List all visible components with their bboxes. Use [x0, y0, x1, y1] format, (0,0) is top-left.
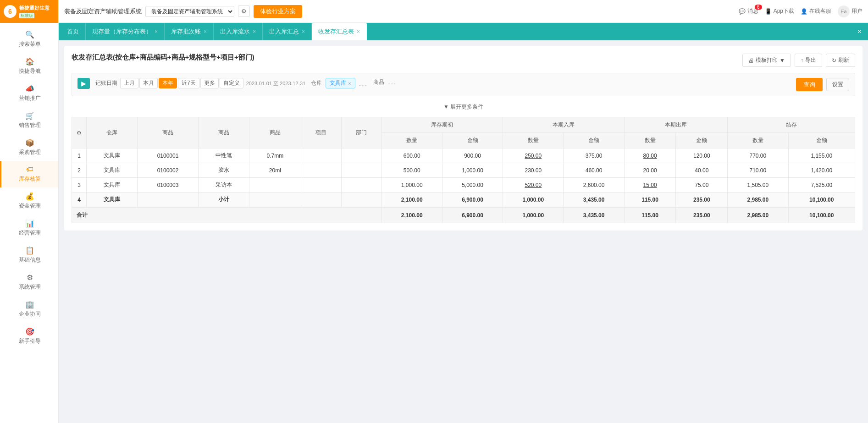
sidebar-item-basic-info[interactable]: 📋基础信息	[0, 242, 58, 269]
cell-out-qty[interactable]: 20.00	[624, 163, 676, 178]
tab-label-in-out-summary: 出入库汇总	[269, 27, 299, 36]
cell-in-qty[interactable]: 230.00	[503, 163, 564, 178]
report-card: 收发存汇总表(按仓库+商品编码+商品+规格型号+项目+部门) 🖨 模板打印 ▼ …	[64, 46, 862, 231]
tab-home[interactable]: 首页	[61, 23, 86, 40]
sidebar-item-sales[interactable]: 🛒销售管理	[0, 107, 58, 134]
app-download-button[interactable]: 📱 App下载	[765, 7, 794, 15]
cell-out-qty[interactable]: 80.00	[624, 148, 676, 163]
expand-conditions-button[interactable]: ▼ 展开更多条件	[443, 103, 483, 111]
sidebar-icon-purchase: 📦	[25, 138, 34, 147]
tab-bar-close-all[interactable]: ×	[853, 27, 866, 36]
sidebar-item-newbie[interactable]: 🎯新手引导	[0, 323, 58, 350]
tab-recv-send-summary[interactable]: 收发存汇总表×	[312, 23, 367, 40]
export-button[interactable]: ↑ 导出	[795, 54, 822, 67]
tab-close-recv-send-summary[interactable]: ×	[357, 28, 360, 35]
logo-icon: 6	[4, 5, 17, 18]
date-filter-btn-近7天[interactable]: 近7天	[178, 78, 199, 88]
date-filter-btn-上月[interactable]: 上月	[120, 78, 138, 88]
filter-toggle-button[interactable]: ▶	[77, 78, 90, 89]
sidebar-item-system[interactable]: ⚙系统管理	[0, 269, 58, 296]
footer-closing-amount: 10,100.00	[788, 207, 855, 223]
cell-project	[301, 192, 341, 208]
sidebar-item-inventory[interactable]: 🏷库存核算	[0, 161, 58, 187]
tab-batch[interactable]: 库存批次账×	[165, 23, 214, 40]
date-filter-btn-更多[interactable]: 更多	[200, 78, 219, 88]
sidebar-label-quick-nav: 快捷导航	[19, 67, 41, 75]
cell-no: 3	[72, 178, 87, 192]
cell-out-amount: 235.00	[676, 192, 728, 208]
system-select[interactable]: 装备及固定资产辅助管理系统	[145, 6, 234, 17]
trial-button[interactable]: 体验行业方案	[254, 5, 302, 18]
table-row: 3 文具库 0100003 采访本 1,000.00 5,000.00 520.…	[72, 178, 855, 192]
cell-out-qty[interactable]: 15.00	[624, 178, 676, 192]
messages-badge: 6	[755, 5, 762, 10]
cell-product-name: 胶水	[198, 163, 249, 178]
content-area: 收发存汇总表(按仓库+商品编码+商品+规格型号+项目+部门) 🖨 模板打印 ▼ …	[59, 40, 868, 423]
warehouse-more[interactable]: ...	[359, 79, 368, 88]
tab-label-in-out-flow: 出入库流水	[220, 27, 250, 36]
tab-stock-dist[interactable]: 现存量（库存分布表）×	[86, 23, 165, 40]
date-filter-btn-本月[interactable]: 本月	[139, 78, 158, 88]
sidebar-item-quick-nav[interactable]: 🏠快捷导航	[0, 53, 58, 80]
main-area: 装备及固定资产辅助管理系统 装备及固定资产辅助管理系统 ⚙ 体验行业方案 💬 消…	[59, 0, 868, 423]
sidebar-item-enterprise[interactable]: 🏢企业协同	[0, 296, 58, 323]
sidebar-nav: 🔍搜索菜单🏠快捷导航📣营销推广🛒销售管理📦采购管理🏷库存核算💰资金管理📊经营管理…	[0, 23, 58, 423]
query-button[interactable]: 查询	[796, 78, 823, 91]
tab-close-batch[interactable]: ×	[204, 28, 207, 35]
footer-opening-qty: 2,100.00	[381, 207, 442, 223]
cell-in-amount: 2,600.00	[564, 178, 624, 192]
refresh-icon: ↻	[832, 57, 836, 64]
sidebar-label-search: 搜索菜单	[19, 40, 41, 48]
sidebar-item-search[interactable]: 🔍搜索菜单	[0, 26, 58, 53]
cell-opening-amount: 6,900.00	[442, 192, 503, 208]
sidebar-label-operations: 经营管理	[19, 229, 41, 237]
data-table: ⚙ 仓库 商品 商品 商品 项目 部门 库存期初 本期入库 本期出库 结存	[72, 117, 855, 223]
closing-qty-header: 数量	[728, 133, 788, 148]
print-button[interactable]: 🖨 模板打印 ▼	[742, 54, 791, 67]
cell-product-code: 0100001	[138, 148, 198, 163]
tab-close-stock-dist[interactable]: ×	[155, 28, 158, 35]
cell-project	[301, 178, 341, 192]
sidebar-item-marketing[interactable]: 📣营销推广	[0, 80, 58, 107]
date-filter-btn-自定义[interactable]: 自定义	[220, 78, 243, 88]
sidebar-item-operations[interactable]: 📊经营管理	[0, 214, 58, 242]
online-service-button[interactable]: 👤 在线客服	[801, 7, 831, 15]
cell-closing-amount: 1,420.00	[788, 163, 855, 178]
col-settings-header: ⚙	[72, 117, 87, 148]
cell-no: 2	[72, 163, 87, 178]
cell-in-amount: 3,435.00	[564, 192, 624, 208]
cell-in-qty[interactable]: 250.00	[503, 148, 564, 163]
tab-bar: 首页现存量（库存分布表）×库存批次账×出入库流水×出入库汇总×收发存汇总表××	[59, 23, 868, 40]
cell-product-spec	[249, 178, 301, 192]
col-in-header: 本期入库	[503, 117, 625, 133]
sidebar: 6 畅捷通好生意 标准版 🔍搜索菜单🏠快捷导航📣营销推广🛒销售管理📦采购管理🏷库…	[0, 0, 59, 423]
sidebar-icon-basic-info: 📋	[25, 246, 34, 255]
footer-out-amount: 235.00	[676, 207, 728, 223]
tab-in-out-flow[interactable]: 出入库流水×	[214, 23, 263, 40]
date-filter-btn-本年[interactable]: 本年	[159, 78, 177, 88]
settings-gear-button[interactable]: ⚙	[238, 5, 250, 17]
cell-product-code: 0100002	[138, 163, 198, 178]
cell-opening-qty: 600.00	[381, 148, 442, 163]
cell-closing-amount: 10,100.00	[788, 192, 855, 208]
product-more[interactable]: ...	[388, 78, 397, 86]
cell-in-qty[interactable]: 520.00	[503, 178, 564, 192]
warehouse-tag-close[interactable]: ×	[348, 81, 351, 86]
sidebar-label-system: 系统管理	[19, 283, 41, 291]
messages-button[interactable]: 💬 消息 6	[739, 7, 758, 15]
refresh-button[interactable]: ↻ 刷新	[826, 54, 855, 67]
sidebar-icon-finance: 💰	[25, 192, 34, 201]
cell-product-spec: 0.7mm	[249, 148, 301, 163]
table-settings-icon[interactable]: ⚙	[77, 130, 82, 136]
tab-close-in-out-flow[interactable]: ×	[253, 28, 256, 35]
tab-close-in-out-summary[interactable]: ×	[302, 28, 305, 35]
cell-opening-amount: 900.00	[442, 148, 503, 163]
sidebar-item-purchase[interactable]: 📦采购管理	[0, 134, 58, 161]
col-department-header: 部门	[341, 117, 381, 148]
tab-in-out-summary[interactable]: 出入库汇总×	[263, 23, 312, 40]
sidebar-label-enterprise: 企业协同	[19, 310, 41, 318]
table-settings-button[interactable]: 设置	[826, 78, 849, 91]
cell-closing-qty: 770.00	[728, 148, 788, 163]
sidebar-item-finance[interactable]: 💰资金管理	[0, 187, 58, 214]
user-menu[interactable]: Ea 用户	[838, 5, 862, 17]
